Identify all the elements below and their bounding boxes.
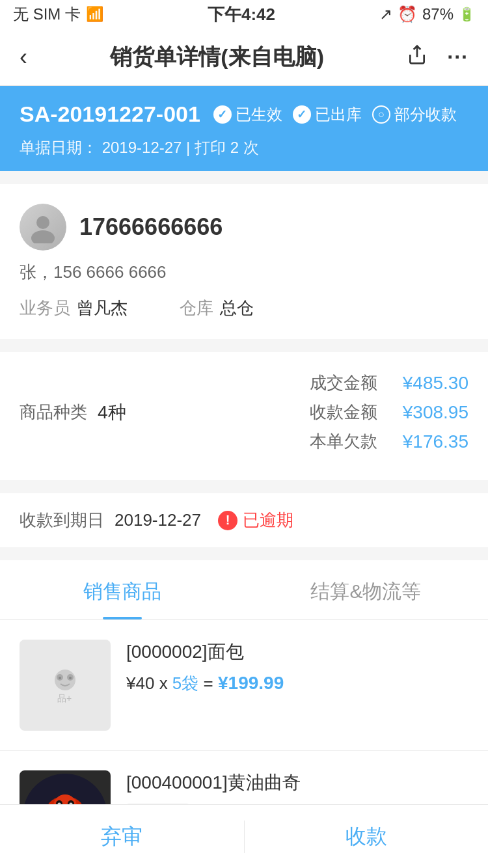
product-name-1: [0000002]面包	[126, 640, 468, 664]
warehouse-info: 仓库 总仓	[180, 297, 254, 319]
tab-settlement[interactable]: 结算&物流等	[244, 560, 488, 619]
carrier-text: 无 SIM 卡	[13, 4, 81, 25]
deal-amount-label: 成交金额	[310, 372, 377, 394]
order-id: SA-20191227-001	[20, 102, 200, 127]
overdue-badge: ! 已逾期	[218, 509, 293, 532]
svg-point-6	[59, 677, 61, 679]
svg-point-1	[36, 216, 49, 229]
status-badge-shipped: ✓ 已出库	[293, 104, 362, 125]
overdue-icon: !	[218, 511, 237, 530]
deal-amount-value: ¥485.30	[390, 373, 468, 394]
customer-section: 17666666666 张，156 6666 6666 业务员 曾凡杰 仓库 总…	[0, 184, 488, 339]
product-name-2: [000400001]黄油曲奇	[126, 770, 468, 795]
amounts-group: 成交金额 ¥485.30 收款金额 ¥308.95 本单欠款 ¥176.35	[310, 372, 468, 453]
location-icon: ↗	[379, 5, 392, 23]
header-banner: SA-20191227-001 ✓ 已生效 ✓ 已出库 ○ 部分收款 单据日期：…	[0, 86, 488, 171]
avatar	[20, 204, 66, 251]
customer-meta: 业务员 曾凡杰 仓库 总仓	[20, 297, 468, 319]
product-info-1: [0000002]面包 ¥40 x 5袋 = ¥199.99	[126, 640, 468, 695]
check-icon: ✓	[213, 105, 232, 124]
arrears-label: 本单欠款	[310, 430, 377, 453]
receipt-amount-label: 收款金额	[310, 401, 377, 424]
tab-sales-products[interactable]: 销售商品	[0, 560, 244, 619]
order-date-info: 单据日期： 2019-12-27 | 打印 2 次	[20, 137, 468, 158]
category-count: 4种	[98, 400, 126, 425]
status-left: 无 SIM 卡 📶	[13, 4, 103, 25]
time-display: 下午4:42	[208, 3, 275, 26]
svg-point-2	[31, 230, 55, 243]
status-badges: ✓ 已生效 ✓ 已出库 ○ 部分收款	[213, 104, 457, 125]
share-button[interactable]	[407, 44, 427, 70]
check-icon-2: ✓	[293, 105, 311, 124]
due-date: 2019-12-27	[115, 510, 201, 530]
receipt-amount-value: ¥308.95	[390, 402, 468, 423]
confirm-button[interactable]: 收款	[245, 809, 489, 864]
overdue-text: 已逾期	[243, 509, 293, 532]
product-qty-1: 5袋	[172, 673, 198, 693]
alarm-icon: ⏰	[398, 5, 417, 23]
clock-icon: ○	[372, 105, 390, 124]
category-label: 商品种类	[20, 401, 87, 424]
customer-phone: 17666666666	[79, 213, 223, 241]
svg-text:品+: 品+	[57, 693, 72, 703]
product-price-1: ¥40 x 5袋 = ¥199.99	[126, 672, 468, 695]
tab-underline	[103, 617, 142, 619]
product-item: 品+ [0000002]面包 ¥40 x 5袋 = ¥199.99	[0, 620, 488, 751]
svg-point-7	[69, 677, 72, 679]
bottom-toolbar: 弃审 收款	[0, 804, 488, 868]
page-title: 销货单详情(来自电脑)	[110, 42, 324, 72]
wifi-icon: 📶	[86, 6, 103, 23]
due-section: 收款到期日 2019-12-27 ! 已逾期	[0, 493, 488, 547]
product-total-1: ¥199.99	[218, 673, 284, 693]
more-button[interactable]: ···	[447, 45, 468, 69]
status-badge-partial: ○ 部分收款	[372, 104, 457, 125]
salesman-info: 业务员 曾凡杰	[20, 297, 128, 319]
due-label: 收款到期日	[20, 509, 104, 532]
battery-text: 87%	[422, 5, 454, 23]
back-button[interactable]: ‹	[20, 44, 27, 71]
tabs-section: 销售商品 结算&物流等	[0, 560, 488, 620]
summary-section: 商品种类 4种 成交金额 ¥485.30 收款金额 ¥308.95 本单欠款 ¥…	[0, 352, 488, 480]
arrears-value: ¥176.35	[390, 431, 468, 452]
product-image-1: 品+	[20, 640, 111, 731]
status-badge-effective: ✓ 已生效	[213, 104, 282, 125]
nav-right-actions: ···	[407, 44, 468, 70]
status-bar: 无 SIM 卡 📶 下午4:42 ↗ ⏰ 87% 🔋	[0, 0, 488, 29]
customer-contact: 张，156 6666 6666	[20, 261, 468, 284]
nav-bar: ‹ 销货单详情(来自电脑) ···	[0, 29, 488, 86]
cancel-button[interactable]: 弃审	[0, 809, 244, 864]
status-right: ↗ ⏰ 87% 🔋	[379, 5, 475, 23]
svg-point-3	[55, 670, 75, 690]
battery-icon: 🔋	[459, 7, 475, 22]
